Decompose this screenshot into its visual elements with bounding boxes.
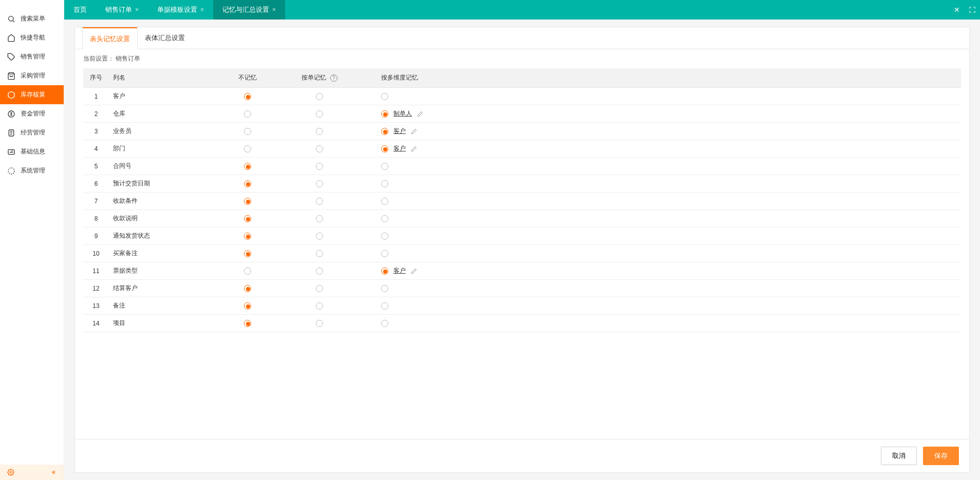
- col-header-by-order: 按单记忆 ?: [284, 68, 355, 88]
- help-icon[interactable]: ?: [330, 74, 337, 82]
- sidebar-item-0[interactable]: 搜索菜单: [0, 9, 64, 28]
- sidebar-item-8[interactable]: 系统管理: [0, 161, 64, 180]
- radio-option[interactable]: [244, 145, 251, 152]
- radio-option[interactable]: [316, 285, 323, 292]
- radio-option[interactable]: [381, 267, 388, 275]
- cancel-button[interactable]: 取消: [881, 447, 917, 465]
- edit-icon[interactable]: [411, 268, 417, 274]
- cell-by-multi: 制单人: [355, 105, 961, 123]
- close-icon[interactable]: ×: [135, 6, 139, 13]
- cell-by-order: [284, 262, 355, 280]
- edit-icon[interactable]: [411, 146, 417, 152]
- radio-option[interactable]: [381, 250, 388, 257]
- sidebar-item-3[interactable]: 采购管理: [0, 66, 64, 85]
- radio-option[interactable]: [316, 93, 323, 100]
- radio-option[interactable]: [381, 198, 388, 205]
- radio-option[interactable]: [244, 302, 251, 310]
- cell-by-multi: [355, 175, 961, 193]
- radio-option[interactable]: [316, 267, 323, 275]
- cell-seq: 3: [83, 123, 109, 140]
- close-icon[interactable]: ×: [272, 6, 276, 13]
- cell-name: 结算客户: [109, 280, 212, 297]
- radio-option[interactable]: [244, 128, 251, 135]
- col-header-seq: 序号: [83, 68, 109, 88]
- sidebar-item-label: 基础信息: [21, 147, 45, 156]
- cell-name: 部门: [109, 140, 212, 158]
- multi-dimension-link[interactable]: 客户: [393, 266, 406, 275]
- radio-option[interactable]: [244, 320, 251, 327]
- sidebar-item-7[interactable]: 基础信息: [0, 142, 64, 161]
- multi-dimension-link[interactable]: 客户: [393, 127, 406, 136]
- radio-option[interactable]: [381, 320, 388, 327]
- subtab-0[interactable]: 表头记忆设置: [82, 27, 138, 49]
- edit-icon[interactable]: [417, 111, 423, 117]
- edit-icon[interactable]: [411, 128, 417, 135]
- multi-dimension-link[interactable]: 客户: [393, 144, 406, 153]
- collapse-icon[interactable]: [49, 469, 56, 476]
- radio-option[interactable]: [244, 180, 251, 187]
- gear-icon[interactable]: [7, 469, 14, 476]
- cell-by-order: [284, 315, 355, 332]
- radio-option[interactable]: [381, 128, 388, 135]
- close-icon[interactable]: ×: [200, 6, 204, 13]
- tab-0[interactable]: 首页: [64, 0, 96, 20]
- radio-option[interactable]: [381, 93, 388, 100]
- radio-option[interactable]: [381, 110, 388, 118]
- sidebar-item-6[interactable]: 经营管理: [0, 123, 64, 142]
- app-root: 搜索菜单快捷导航销售管理采购管理库存核算资金管理经营管理基础信息系统管理 首页销…: [0, 0, 980, 480]
- sidebar-item-2[interactable]: 销售管理: [0, 47, 64, 66]
- radio-option[interactable]: [316, 250, 323, 257]
- radio-option[interactable]: [316, 233, 323, 240]
- sidebar-item-5[interactable]: 资金管理: [0, 104, 64, 123]
- radio-option[interactable]: [381, 180, 388, 187]
- cell-name: 通知发货状态: [109, 227, 212, 245]
- radio-option[interactable]: [316, 163, 323, 170]
- cell-no-memory: [212, 175, 284, 193]
- radio-option[interactable]: [244, 110, 251, 118]
- radio-option[interactable]: [244, 267, 251, 275]
- cell-no-memory: [212, 158, 284, 175]
- radio-option[interactable]: [244, 93, 251, 100]
- tab-1[interactable]: 销售订单×: [96, 0, 148, 20]
- radio-option[interactable]: [244, 250, 251, 257]
- cell-no-memory: [212, 210, 284, 227]
- cell-by-multi: [355, 88, 961, 105]
- subtab-1[interactable]: 表体汇总设置: [138, 27, 192, 49]
- tab-2[interactable]: 单据模板设置×: [148, 0, 213, 20]
- radio-option[interactable]: [244, 233, 251, 240]
- tab-3[interactable]: 记忆与汇总设置×: [213, 0, 285, 20]
- multi-dimension-link[interactable]: 制单人: [393, 109, 412, 118]
- sidebar-item-4[interactable]: 库存核算: [0, 85, 64, 104]
- radio-option[interactable]: [381, 145, 388, 152]
- radio-option[interactable]: [244, 163, 251, 170]
- table-row: 14项目: [83, 315, 961, 332]
- radio-option[interactable]: [316, 215, 323, 222]
- table-row: 9通知发货状态: [83, 227, 961, 245]
- cell-no-memory: [212, 123, 284, 140]
- radio-option[interactable]: [381, 163, 388, 170]
- sidebar-item-1[interactable]: 快捷导航: [0, 28, 64, 47]
- radio-option[interactable]: [381, 285, 388, 292]
- radio-option[interactable]: [316, 180, 323, 187]
- radio-option[interactable]: [316, 145, 323, 152]
- radio-option[interactable]: [381, 302, 388, 310]
- cell-no-memory: [212, 227, 284, 245]
- radio-option[interactable]: [244, 198, 251, 205]
- radio-option[interactable]: [316, 320, 323, 327]
- cell-name: 收款说明: [109, 210, 212, 227]
- gear-icon: [7, 167, 15, 175]
- radio-option[interactable]: [316, 198, 323, 205]
- radio-option[interactable]: [381, 215, 388, 222]
- save-button[interactable]: 保存: [923, 447, 959, 465]
- fullscreen-button[interactable]: [965, 6, 980, 13]
- radio-option[interactable]: [316, 128, 323, 135]
- cell-name: 票据类型: [109, 262, 212, 280]
- close-all-tabs-button[interactable]: ✕: [949, 6, 965, 14]
- radio-option[interactable]: [316, 110, 323, 118]
- radio-option[interactable]: [316, 302, 323, 310]
- radio-option[interactable]: [244, 285, 251, 292]
- radio-option[interactable]: [244, 215, 251, 222]
- table-row: 2仓库制单人: [83, 105, 961, 123]
- radio-option[interactable]: [381, 233, 388, 240]
- cell-by-multi: [355, 297, 961, 315]
